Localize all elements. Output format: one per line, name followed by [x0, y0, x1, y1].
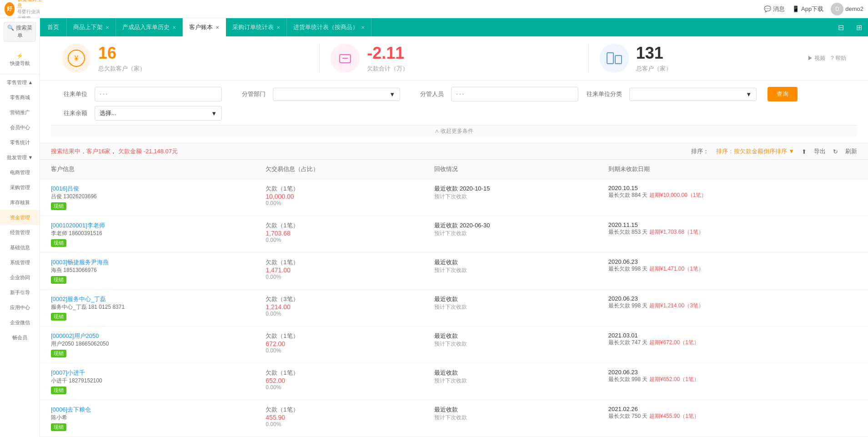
download-icon: 📱 [792, 5, 799, 12]
collapse-btn[interactable]: ∧ 收起更多条件 [51, 125, 857, 137]
sidebar-item-system[interactable]: 系统管理 [0, 255, 40, 270]
sort-select[interactable]: 排序：按欠款金额倒序排序 ▼ [716, 147, 794, 156]
message-btn[interactable]: 💬 消息 [764, 5, 785, 13]
export-icon: ⬆ [802, 148, 807, 155]
video-btn[interactable]: ▶ 视频 [808, 55, 825, 62]
tab-inbound-stats[interactable]: 进货单统计表（按商品） ✕ [287, 18, 371, 36]
sidebar: 🔍 搜索菜单 ⚡ 快捷导航 零售管理 ▲ 零售商城 营销推广 [0, 18, 40, 437]
table-row: [0002]服务中心_丁磊 服务中心_丁磊 181 0125 8371 现销 欠… [40, 290, 868, 326]
due-date-5: 2020.06.23 [608, 369, 857, 376]
sidebar-item-quick-nav[interactable]: ⚡ 快捷导航 [0, 49, 40, 70]
tab-bar-maximize-btn[interactable]: ⊞ [850, 18, 868, 36]
sidebar-item-batch-mgmt[interactable]: 批发管理 ▼ [0, 150, 40, 165]
tab-home[interactable]: 首页 [40, 18, 67, 36]
max-days-1: 最长欠款 853 天 超期¥1,703.68（1笔） [608, 228, 857, 236]
debt-amount-0[interactable]: 10,000.00 [266, 193, 412, 200]
category-arrow: ▼ [746, 91, 752, 98]
sidebar-search-area: 🔍 搜索菜单 [0, 18, 40, 45]
sidebar-item-finance[interactable]: 资金管理 [0, 210, 40, 225]
max-days-0: 最长欠款 884 天 超期¥10,000.00（1笔） [608, 191, 857, 199]
sidebar-item-retail-mall[interactable]: 零售商城 [0, 90, 40, 105]
person-input[interactable]: ··· [451, 87, 578, 101]
customer-name-3[interactable]: [0002]服务中心_丁磊 [51, 295, 244, 303]
sidebar-item-purchase-mgmt[interactable]: 采购管理 [0, 180, 40, 195]
customer-name-5[interactable]: [0007]小进千 [51, 369, 244, 377]
vendor-input[interactable]: ··· [95, 87, 222, 101]
overdue-link-3[interactable]: 超期¥1,214.00（3笔） [649, 302, 704, 309]
tab-bar: 首页 商品上下架 ✕ 产成品入库单历史 ✕ 客户账本 ✕ 采购订单统计表 ✕ [40, 18, 868, 36]
customer-name-4[interactable]: [000002]用户2050 [51, 332, 244, 340]
overdue-link-5[interactable]: 超期¥652.00（1笔） [649, 376, 699, 382]
customer-name-0[interactable]: [0016]吕俊 [51, 185, 244, 193]
due-date-6: 2021.02.26 [608, 406, 857, 412]
next-collection-2: 预计下次收款 [434, 266, 586, 274]
overdue-link-1[interactable]: 超期¥1,703.68（1笔） [649, 229, 704, 235]
debt-amount-1[interactable]: 1,703.68 [266, 230, 412, 237]
sidebar-item-inventory[interactable]: 库存核算 [0, 195, 40, 210]
sidebar-item-marketing[interactable]: 营销推广 [0, 105, 40, 120]
debt-amount-4[interactable]: 672.00 [266, 340, 412, 347]
help-btn[interactable]: ? 帮助 [831, 55, 846, 62]
result-actions: 排序： 排序：按欠款金额倒序排序 ▼ ⬆ 导出 ↻ 刷新 [691, 147, 857, 156]
query-button[interactable]: 查询 [768, 87, 798, 101]
debt-amount-5[interactable]: 652.00 [266, 377, 412, 384]
tab-inbound-stats-close[interactable]: ✕ [361, 25, 365, 30]
customer-name-1[interactable]: [0001020001]李老师 [51, 221, 244, 230]
debt-amount-6[interactable]: 455.90 [266, 414, 412, 421]
customer-phone-1: 李老师 18600391516 [51, 230, 244, 237]
stat-card-debt: -2.11 欠款合计（万） [320, 44, 588, 73]
tab-customer-account-close[interactable]: ✕ [216, 25, 219, 30]
dept-select[interactable]: ▼ [273, 88, 400, 101]
tab-purchase-stats-close[interactable]: ✕ [276, 25, 280, 30]
sidebar-item-operations[interactable]: 经营管理 [0, 225, 40, 240]
category-select[interactable]: ▼ [629, 88, 757, 101]
overdue-link-6[interactable]: 超期¥455.90（1笔） [649, 413, 699, 419]
cell-customer-5: [0007]小进千 小进千 18279152100 现销 [40, 363, 255, 400]
overdue-link-4[interactable]: 超期¥672.00（1笔） [649, 339, 699, 346]
cell-collection-1: 最近收款 2020-06-30 预计下次收款 [423, 216, 597, 253]
user-btn[interactable]: D demo2 [831, 3, 863, 15]
customer-tag-1: 现销 [51, 239, 66, 247]
sidebar-item-basic-info[interactable]: 基础信息 [0, 240, 40, 255]
refresh-btn[interactable]: 刷新 [845, 147, 857, 156]
sidebar-item-membership[interactable]: 会员中心 [0, 120, 40, 135]
debt-count-4: 欠款（1笔） [266, 332, 412, 340]
sidebar-item-apps[interactable]: 应用中心 [0, 300, 40, 315]
search-menu-btn[interactable]: 🔍 搜索菜单 [4, 22, 36, 42]
tab-product-offsale[interactable]: 商品上下架 ✕ [67, 18, 116, 36]
tab-product-inbound[interactable]: 产成品入库单历史 ✕ [116, 18, 183, 36]
category-label: 往来单位分类 [586, 90, 622, 98]
svg-rect-5 [615, 55, 622, 64]
refresh-icon: ↻ [833, 148, 838, 155]
tab-product-offsale-close[interactable]: ✕ [105, 25, 109, 30]
sidebar-item-vip[interactable]: 畅会员 [0, 330, 40, 345]
overdue-link-0[interactable]: 超期¥10,000.00（1笔） [649, 192, 707, 198]
balance-select[interactable]: 选择... ▼ [95, 106, 222, 121]
max-days-5: 最长欠款 998 天 超期¥652.00（1笔） [608, 376, 857, 383]
customer-name-6[interactable]: [0006]去下粮仓 [51, 406, 244, 414]
cell-due-3: 2020.06.23 最长欠款 998 天 超期¥1,214.00（3笔） [597, 290, 868, 326]
debt-count-2: 欠款（1笔） [266, 258, 412, 266]
tab-purchase-stats[interactable]: 采购订单统计表 ✕ [226, 18, 287, 36]
result-amount: 欠款金额 -21,148.07元 [118, 148, 178, 155]
sidebar-item-retail-stats[interactable]: 零售统计 [0, 135, 40, 150]
debt-amount-2[interactable]: 1,471.00 [266, 266, 412, 274]
sidebar-item-newbie[interactable]: 新手引导 [0, 285, 40, 300]
app-download-btn[interactable]: 📱 App下载 [792, 5, 823, 13]
tab-customer-account[interactable]: 客户账本 ✕ [183, 18, 226, 36]
export-btn[interactable]: 导出 [814, 147, 826, 156]
tab-bar-minimize-btn[interactable]: ⊟ [832, 18, 850, 36]
sidebar-item-retail-mgmt[interactable]: 零售管理 ▲ [0, 75, 40, 90]
cell-customer-0: [0016]吕俊 吕俊 13026203696 现销 [40, 179, 255, 216]
stat-label-total: 总客户（家） [636, 65, 672, 73]
cell-due-2: 2020.06.23 最长欠款 998 天 超期¥1,471.00（1笔） [597, 253, 868, 290]
tab-product-inbound-close[interactable]: ✕ [172, 25, 176, 30]
debt-percent-2: 0.00% [266, 274, 412, 280]
sidebar-item-wechat[interactable]: 企业微信 [0, 315, 40, 330]
sidebar-item-ecommerce[interactable]: 电商管理 [0, 165, 40, 180]
sidebar-item-enterprise[interactable]: 企业协同 [0, 270, 40, 285]
debt-amount-3[interactable]: 1,214.00 [266, 303, 412, 311]
cell-due-5: 2020.06.23 最长欠款 998 天 超期¥652.00（1笔） [597, 363, 868, 400]
overdue-link-2[interactable]: 超期¥1,471.00（1笔） [649, 266, 704, 272]
customer-name-2[interactable]: [0003]畅捷服务尹海燕 [51, 258, 244, 266]
